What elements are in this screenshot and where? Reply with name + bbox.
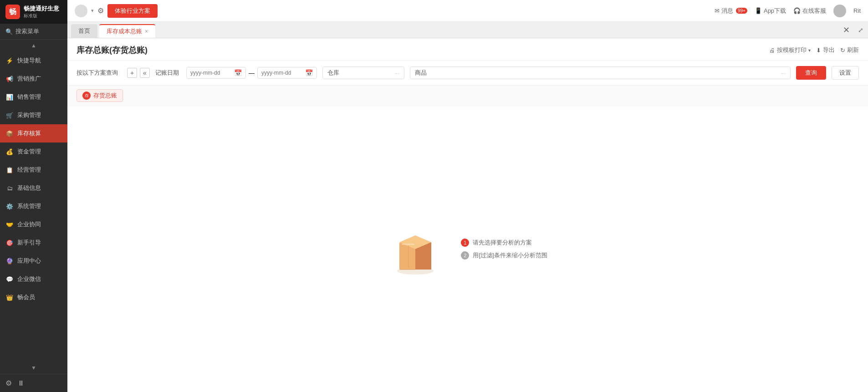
export-btn[interactable]: ⬇ 导出 (816, 46, 835, 54)
quick-nav-icon: ⚡ (5, 56, 14, 65)
resize-icon[interactable]: ⤢ (858, 26, 863, 34)
scheme-item-label: 存货总账 (93, 92, 117, 100)
date-separator: — (249, 70, 255, 76)
headset-icon: 🎧 (793, 7, 801, 14)
sidebar-item-purchase[interactable]: 🛒 采购管理 (0, 106, 67, 124)
sidebar-item-basic[interactable]: 🗂 基础信息 (0, 179, 67, 197)
date-from-input[interactable]: 📅 (186, 67, 246, 79)
sidebar-item-wechat[interactable]: 💬 企业微信 (0, 270, 67, 288)
sidebar-item-label: 营销推广 (17, 75, 41, 83)
filter-add-button[interactable]: + (127, 68, 137, 78)
sidebar-item-coop[interactable]: 🤝 企业协同 (0, 215, 67, 234)
guide-icon: 🎯 (5, 239, 14, 247)
sidebar-item-label: 企业协同 (17, 220, 41, 229)
filter-bar: 按以下方案查询 + « 记账日期 📅 — 📅 仓库 ··· (67, 61, 868, 86)
sidebar-item-marketing[interactable]: 📢 营销推广 (0, 70, 67, 88)
sidebar-item-member[interactable]: 👑 畅会员 (0, 288, 67, 306)
tab-inventory-ledger[interactable]: 库存成本总账 × (99, 24, 155, 38)
sidebar-item-label: 快捷导航 (17, 56, 41, 65)
topbar-right: ✉ 消息 99+ 📱 App下载 🎧 在线客服 Rit (715, 5, 861, 17)
hint-1-text: 请先选择要分析的方案 (473, 239, 532, 247)
warehouse-select[interactable]: 仓库 ··· (322, 66, 404, 79)
date-to-input[interactable]: 📅 (257, 67, 317, 79)
filter-label: 按以下方案查询 (77, 69, 118, 77)
sidebar-search-label: 搜索菜单 (15, 27, 39, 36)
step-1-circle: 1 (461, 239, 469, 247)
sidebar-item-apps[interactable]: 🔮 应用中心 (0, 252, 67, 270)
user-name: Rit (853, 7, 861, 14)
sidebar-scroll-down[interactable]: ▼ (29, 363, 38, 373)
main-area: ▾ ⚙ 体验行业方案 ✉ 消息 99+ 📱 App下载 🎧 在线客服 Rit (67, 0, 868, 392)
print-icon: 🖨 (769, 47, 775, 54)
tab-close-icon[interactable]: × (145, 28, 148, 35)
settings-icon[interactable]: ⚙ (5, 379, 12, 387)
coop-icon: 🤝 (5, 220, 14, 229)
goods-label: 商品 (415, 69, 427, 77)
app-download-btn[interactable]: 📱 App下载 (755, 7, 786, 15)
operation-icon: 📋 (5, 166, 14, 174)
topbar-dropdown-icon[interactable]: ▾ (91, 8, 94, 14)
filter-actions: + « (127, 68, 150, 78)
hint-2-text: 用[过滤]条件来缩小分析范围 (473, 251, 547, 260)
sidebar-item-system[interactable]: ⚙️ 系统管理 (0, 197, 67, 215)
online-service-label: 在线客服 (802, 7, 826, 15)
sidebar-item-operation[interactable]: 📋 经营管理 (0, 161, 67, 179)
refresh-label: 刷新 (847, 46, 859, 54)
empty-text: 1 请先选择要分析的方案 2 用[过滤]条件来缩小分析范围 (461, 239, 547, 260)
calendar-from-icon[interactable]: 📅 (234, 69, 242, 76)
warehouse-more-icon[interactable]: ··· (394, 70, 399, 76)
sidebar-item-finance[interactable]: 💰 资金管理 (0, 143, 67, 161)
topbar-profile[interactable] (75, 5, 87, 17)
sidebar-item-inventory[interactable]: 📦 库存核算 (0, 124, 67, 143)
inventory-icon: 📦 (5, 129, 14, 137)
sidebar-item-label: 库存核算 (17, 129, 41, 137)
date-to-field[interactable] (261, 70, 302, 76)
date-label: 记账日期 (155, 69, 179, 77)
sidebar-search[interactable]: 🔍 搜索菜单 (0, 24, 67, 40)
industry-button[interactable]: 体验行业方案 (107, 4, 158, 18)
sidebar-scroll-up[interactable]: ▲ (29, 41, 38, 51)
tab-active-label: 库存成本总账 (107, 27, 142, 36)
refresh-btn[interactable]: ↻ 刷新 (840, 46, 859, 54)
sidebar-item-label: 采购管理 (17, 111, 41, 119)
tab-home[interactable]: 首页 (71, 24, 97, 38)
speaker-icon[interactable]: ⏸ (17, 379, 25, 387)
logo-sub: 标准版 (24, 13, 59, 19)
empty-hint-1: 1 请先选择要分析的方案 (461, 239, 547, 247)
user-avatar[interactable] (833, 5, 846, 17)
tabs-bar: 首页 库存成本总账 × ✕ ⤢ (67, 22, 868, 38)
date-from-field[interactable] (190, 70, 231, 76)
print-dropdown-icon[interactable]: ▾ (808, 48, 811, 53)
message-btn[interactable]: ✉ 消息 99+ (715, 7, 747, 15)
logo-main: 畅捷通好生意 (24, 5, 59, 13)
logo-text: 畅捷通好生意 标准版 (24, 5, 59, 19)
sales-icon: 📊 (5, 93, 14, 101)
sidebar-item-quick-nav[interactable]: ⚡ 快捷导航 (0, 51, 67, 70)
sidebar-item-sales[interactable]: 📊 销售管理 (0, 88, 67, 106)
query-button[interactable]: 查询 (796, 66, 826, 80)
topbar: ▾ ⚙ 体验行业方案 ✉ 消息 99+ 📱 App下载 🎧 在线客服 Rit (67, 0, 868, 22)
export-label: 导出 (823, 46, 835, 54)
calendar-to-icon[interactable]: 📅 (305, 69, 313, 76)
topbar-gear-icon[interactable]: ⚙ (97, 6, 104, 15)
page-title: 库存总账(存货总账) (77, 45, 148, 56)
goods-select[interactable]: 商品 ··· (410, 66, 791, 79)
settings-button[interactable]: 设置 (832, 66, 859, 80)
filter-collapse-button[interactable]: « (140, 68, 150, 78)
refresh-icon: ↻ (840, 47, 845, 54)
goods-more-icon[interactable]: ··· (781, 70, 786, 76)
finance-icon: 💰 (5, 148, 14, 156)
warehouse-label: 仓库 (327, 69, 339, 77)
empty-illustration (388, 222, 443, 276)
svg-rect-6 (402, 244, 414, 245)
sidebar-logo: 畅 畅捷通好生意 标准版 (0, 0, 67, 24)
print-btn[interactable]: 🖨 按模板打印 ▾ (769, 46, 811, 54)
tab-home-label: 首页 (78, 27, 90, 35)
basic-icon: 🗂 (5, 184, 14, 192)
online-service-btn[interactable]: 🎧 在线客服 (793, 7, 826, 15)
sidebar-item-guide[interactable]: 🎯 新手引导 (0, 234, 67, 252)
scheme-item-active[interactable]: 存 存货总账 (77, 89, 123, 102)
empty-svg (388, 222, 443, 276)
topbar-left: ▾ ⚙ 体验行业方案 (75, 4, 710, 18)
close-panel-icon[interactable]: ✕ (843, 25, 850, 35)
